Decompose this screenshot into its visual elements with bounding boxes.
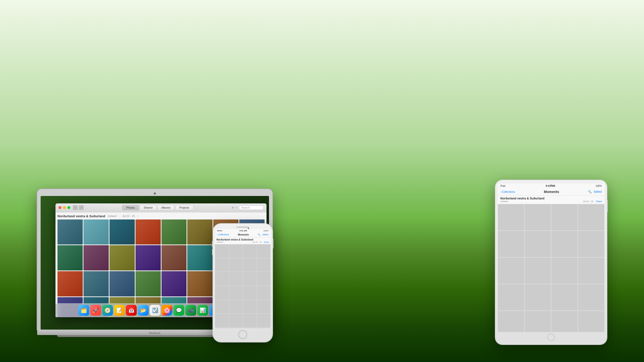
iphone-home-button[interactable] bbox=[238, 330, 247, 339]
photo-cell[interactable] bbox=[162, 271, 187, 297]
photo-cell[interactable] bbox=[110, 245, 135, 271]
photo-cell[interactable] bbox=[498, 204, 524, 230]
photo-cell[interactable] bbox=[58, 271, 83, 297]
photo-cell[interactable] bbox=[498, 258, 524, 284]
dock-notes[interactable]: 📝 bbox=[114, 305, 125, 316]
tab-photos[interactable]: Photos bbox=[122, 205, 139, 210]
photo-cell[interactable] bbox=[578, 231, 604, 257]
photo-cell[interactable] bbox=[243, 272, 256, 286]
photo-cell[interactable] bbox=[243, 286, 256, 299]
tab-projects[interactable]: Projects bbox=[175, 205, 194, 210]
back-arrow[interactable]: ‹ bbox=[73, 205, 78, 210]
iphone-back-btn[interactable]: ‹ Collections bbox=[217, 233, 229, 236]
photo-cell[interactable] bbox=[229, 286, 242, 299]
photo-cell[interactable] bbox=[229, 272, 242, 286]
tab-albums[interactable]: Albums bbox=[157, 205, 175, 210]
photo-cell[interactable] bbox=[243, 258, 256, 272]
photo-cell[interactable] bbox=[243, 300, 256, 314]
dock-photos[interactable]: 🌸 bbox=[162, 305, 172, 316]
dock-calendar[interactable]: 📅 bbox=[126, 305, 137, 316]
ipad-home-button[interactable] bbox=[548, 334, 555, 341]
photo-cell[interactable] bbox=[215, 244, 228, 258]
photo-cell[interactable] bbox=[136, 245, 161, 271]
search-box[interactable]: Search bbox=[239, 205, 264, 210]
ipad-select-btn[interactable]: Select bbox=[594, 190, 602, 194]
photo-cell[interactable] bbox=[84, 220, 109, 245]
photo-cell[interactable] bbox=[551, 311, 578, 332]
dock-numbers[interactable]: 📊 bbox=[197, 305, 208, 316]
dock-files[interactable]: 📂 bbox=[138, 305, 148, 316]
photo-cell[interactable] bbox=[187, 220, 212, 245]
minimize-button[interactable] bbox=[63, 206, 66, 209]
photo-cell[interactable] bbox=[229, 300, 242, 314]
photo-cell[interactable] bbox=[498, 284, 524, 311]
photo-cell[interactable] bbox=[84, 245, 109, 271]
photo-cell[interactable] bbox=[58, 220, 83, 245]
dock-safari[interactable]: 🧭 bbox=[102, 305, 113, 316]
photo-cell[interactable] bbox=[257, 328, 270, 328]
ipad-share-btn[interactable]: Share bbox=[596, 200, 602, 203]
ipad-search-icon[interactable]: 🔍 bbox=[588, 190, 592, 194]
photo-cell[interactable] bbox=[229, 328, 242, 328]
ipad-back-btn[interactable]: ‹ Collections bbox=[500, 190, 515, 193]
photo-cell[interactable] bbox=[257, 300, 270, 314]
photo-cell[interactable] bbox=[243, 328, 256, 328]
photo-cell[interactable] bbox=[524, 204, 551, 230]
photo-cell[interactable] bbox=[257, 272, 270, 286]
photo-cell[interactable] bbox=[243, 244, 256, 258]
photo-cell[interactable] bbox=[257, 314, 270, 327]
photo-cell[interactable] bbox=[551, 258, 578, 284]
dock-messages[interactable]: 💬 bbox=[174, 305, 184, 316]
photo-cell[interactable] bbox=[162, 245, 187, 271]
tab-shared[interactable]: Shared bbox=[140, 205, 156, 210]
photo-cell[interactable] bbox=[229, 314, 242, 327]
photo-cell[interactable] bbox=[215, 328, 228, 328]
ipad-side-btn[interactable] bbox=[607, 200, 608, 212]
dock-finder[interactable]: 🗂️ bbox=[78, 305, 89, 316]
photo-cell[interactable] bbox=[578, 284, 604, 311]
photo-cell[interactable] bbox=[215, 258, 228, 272]
photo-cell[interactable] bbox=[58, 245, 83, 271]
photo-cell[interactable] bbox=[136, 271, 161, 297]
photo-cell[interactable] bbox=[498, 231, 524, 257]
photo-cell[interactable] bbox=[498, 311, 524, 332]
photo-cell[interactable] bbox=[551, 284, 578, 311]
forward-arrow[interactable]: › bbox=[79, 205, 84, 210]
dock-launchpad[interactable]: 🚀 bbox=[90, 305, 101, 316]
photo-cell[interactable] bbox=[110, 271, 135, 297]
photo-cell[interactable] bbox=[243, 314, 256, 327]
maximize-button[interactable] bbox=[67, 206, 70, 209]
photo-cell[interactable] bbox=[257, 258, 270, 272]
photo-cell[interactable] bbox=[578, 258, 604, 284]
photo-cell[interactable] bbox=[524, 258, 551, 284]
photo-cell[interactable] bbox=[136, 220, 161, 245]
photo-cell[interactable] bbox=[578, 311, 604, 332]
photo-cell[interactable] bbox=[187, 245, 212, 271]
photo-cell[interactable] bbox=[215, 272, 228, 286]
photo-cell[interactable] bbox=[110, 220, 135, 245]
photo-cell[interactable] bbox=[578, 204, 604, 230]
photo-cell[interactable] bbox=[229, 244, 242, 258]
photo-cell[interactable] bbox=[524, 231, 551, 257]
iphone-vol-down[interactable] bbox=[212, 249, 213, 255]
dock-reminders[interactable]: ☑️ bbox=[150, 305, 160, 316]
photo-cell[interactable] bbox=[84, 271, 109, 297]
iphone-vol-up[interactable] bbox=[212, 241, 213, 247]
photo-cell[interactable] bbox=[551, 204, 578, 230]
photo-cell[interactable] bbox=[215, 314, 228, 327]
photo-cell[interactable] bbox=[215, 300, 228, 314]
iphone-share-btn[interactable]: Share bbox=[264, 241, 269, 243]
photo-cell[interactable] bbox=[187, 271, 212, 297]
photo-cell[interactable] bbox=[524, 311, 551, 332]
photo-cell[interactable] bbox=[229, 258, 242, 272]
photo-cell[interactable] bbox=[257, 244, 270, 258]
photo-cell[interactable] bbox=[551, 231, 578, 257]
iphone-select-btn[interactable]: Select bbox=[262, 233, 268, 236]
iphone-side-btn[interactable] bbox=[273, 239, 274, 248]
photo-cell[interactable] bbox=[162, 220, 187, 245]
photo-cell[interactable] bbox=[257, 286, 270, 299]
share-button[interactable]: ↑ bbox=[235, 206, 237, 209]
photo-cell[interactable] bbox=[524, 284, 551, 311]
add-button[interactable]: + bbox=[232, 206, 234, 210]
dock-facetime[interactable]: 📹 bbox=[185, 305, 196, 316]
